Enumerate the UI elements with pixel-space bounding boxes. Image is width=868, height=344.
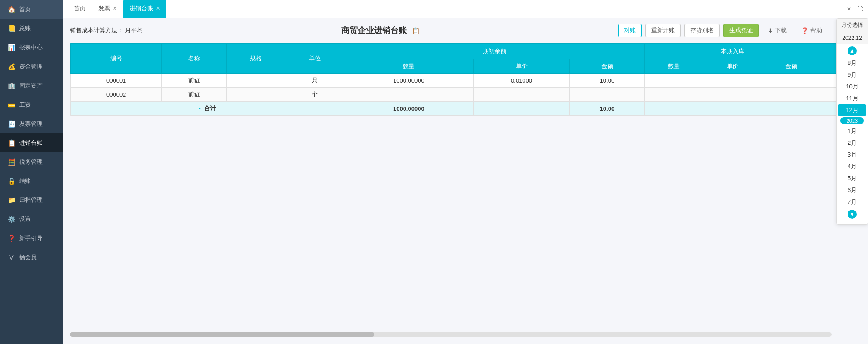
sidebar-item-closing[interactable]: 🔒 结账 bbox=[0, 172, 63, 191]
cell-spec bbox=[226, 74, 285, 88]
sidebar-item-label: 报表中心 bbox=[19, 44, 43, 52]
close-inventory-tab[interactable]: ✕ bbox=[156, 5, 160, 11]
reconcile-button[interactable]: 对账 bbox=[618, 24, 642, 37]
closing-icon: 🔒 bbox=[7, 177, 15, 185]
sidebar-item-ledger[interactable]: 📒 总账 bbox=[0, 19, 63, 38]
sidebar-item-label: 新手引导 bbox=[19, 234, 43, 242]
inventory-table-wrapper: 编号 名称 规格 单位 期初余额 本期入库 数 数量 单价 金额 数量 单价 bbox=[70, 43, 861, 116]
tab-invoice[interactable]: 发票 ✕ bbox=[92, 0, 123, 18]
maximize-window-button[interactable]: ⛶ bbox=[856, 5, 863, 13]
total-in-qty bbox=[644, 102, 703, 116]
col-opening-price: 单价 bbox=[473, 59, 569, 74]
col-in-price: 单价 bbox=[703, 59, 762, 74]
month-item-12[interactable]: 12月 bbox=[838, 104, 866, 116]
month-item-1[interactable]: 1月 bbox=[837, 125, 868, 137]
total-in-price bbox=[703, 102, 762, 116]
month-item-2[interactable]: 2月 bbox=[837, 137, 868, 149]
sidebar-item-inventory[interactable]: 📋 进销台账 bbox=[0, 133, 63, 152]
sidebar-item-home[interactable]: 🏠 首页 bbox=[0, 0, 63, 19]
tab-home[interactable]: 首页 bbox=[67, 0, 92, 18]
invoice-icon: 🧾 bbox=[7, 120, 15, 128]
cost-method-label: 销售成本计算方法： bbox=[70, 27, 123, 34]
col-opening-amount: 金额 bbox=[570, 59, 644, 74]
cell-in-amount bbox=[762, 88, 821, 102]
window-controls: ✕ ⛶ bbox=[845, 5, 863, 13]
total-label: ▪ 合计 bbox=[71, 102, 344, 116]
cell-opening-price: 0.01000 bbox=[473, 74, 569, 88]
inventory-table: 编号 名称 规格 单位 期初余额 本期入库 数 数量 单价 金额 数量 单价 bbox=[70, 43, 860, 116]
help-button[interactable]: ❓ 帮助 bbox=[796, 24, 828, 37]
month-item-5[interactable]: 5月 bbox=[837, 172, 868, 184]
col-name: 名称 bbox=[162, 44, 227, 74]
month-item-9[interactable]: 9月 bbox=[837, 69, 868, 81]
tax-icon: 🧮 bbox=[7, 158, 15, 166]
sidebar-item-label: 工资 bbox=[19, 101, 31, 109]
content-area: 销售成本计算方法： 月平均 商贸企业进销台账 📋 对账 重新开账 存货别名 生成… bbox=[63, 18, 868, 344]
col-period-start: 期初余额 bbox=[344, 44, 644, 59]
inventory-icon: 📋 bbox=[7, 139, 15, 147]
close-invoice-tab[interactable]: ✕ bbox=[113, 5, 117, 11]
month-down-button[interactable]: ▼ bbox=[848, 210, 857, 219]
member-icon: V bbox=[7, 253, 15, 261]
month-item-10[interactable]: 10月 bbox=[837, 81, 868, 93]
sidebar-item-member[interactable]: V 畅会员 bbox=[0, 248, 63, 267]
month-panel: 月份选择 2022.12 ▲ 8月 9月 10月 11月 12月 2023 1月… bbox=[836, 18, 868, 225]
total-opening-price bbox=[473, 102, 569, 116]
tab-bar: 首页 发票 ✕ 进销台账 ✕ ✕ ⛶ bbox=[63, 0, 868, 18]
col-unit: 单位 bbox=[285, 44, 344, 74]
sidebar-item-assets[interactable]: 🏢 固定资产 bbox=[0, 76, 63, 95]
cell-in-price bbox=[703, 74, 762, 88]
month-item-3[interactable]: 3月 bbox=[837, 149, 868, 161]
reopen-button[interactable]: 重新开账 bbox=[645, 24, 681, 37]
reports-icon: 📊 bbox=[7, 44, 15, 52]
sidebar-item-funds[interactable]: 💰 资金管理 bbox=[0, 57, 63, 76]
tab-invoice-label: 发票 bbox=[98, 5, 110, 13]
cost-method-value: 月平均 bbox=[125, 27, 143, 34]
cell-spec bbox=[226, 88, 285, 102]
total-row: ▪ 合计 1000.00000 10.00 bbox=[71, 102, 860, 116]
cell-in-qty bbox=[644, 74, 703, 88]
sidebar-item-guide[interactable]: ❓ 新手引导 bbox=[0, 229, 63, 248]
sidebar-item-payroll[interactable]: 💳 工资 bbox=[0, 95, 63, 114]
month-item-7[interactable]: 7月 bbox=[837, 196, 868, 208]
sidebar-item-reports[interactable]: 📊 报表中心 bbox=[0, 38, 63, 57]
sidebar-item-tax[interactable]: 🧮 税务管理 bbox=[0, 152, 63, 172]
cell-code: 000001 bbox=[71, 74, 162, 88]
tab-inventory-label: 进销台账 bbox=[130, 5, 153, 13]
tab-inventory[interactable]: 进销台账 ✕ bbox=[123, 0, 166, 18]
month-nav-down: ▼ bbox=[837, 208, 868, 221]
cell-opening-qty: 1000.00000 bbox=[344, 74, 473, 88]
year-2023-badge: 2023 bbox=[840, 117, 864, 124]
sidebar-item-label: 资金管理 bbox=[19, 63, 43, 71]
month-item-4[interactable]: 4月 bbox=[837, 161, 868, 172]
month-item-11[interactable]: 11月 bbox=[837, 93, 868, 104]
sidebar-item-settings[interactable]: ⚙️ 设置 bbox=[0, 210, 63, 229]
cell-in-qty bbox=[644, 88, 703, 102]
close-window-button[interactable]: ✕ bbox=[845, 5, 853, 13]
col-opening-qty: 数量 bbox=[344, 59, 473, 74]
ledger-icon: 📒 bbox=[7, 25, 15, 33]
generate-voucher-button[interactable]: 生成凭证 bbox=[723, 24, 759, 37]
guide-icon: ❓ bbox=[7, 234, 15, 242]
col-in-qty: 数量 bbox=[644, 59, 703, 74]
assets-icon: 🏢 bbox=[7, 82, 15, 90]
sidebar-item-label: 设置 bbox=[19, 215, 31, 223]
cell-opening-qty bbox=[344, 88, 473, 102]
month-item-6[interactable]: 6月 bbox=[837, 184, 868, 196]
action-buttons: 对账 重新开账 存货别名 生成凭证 ⬇ 下载 ❓ 帮助 ↻ 刷新 bbox=[618, 24, 861, 37]
month-up-button[interactable]: ▲ bbox=[848, 46, 857, 55]
funds-icon: 💰 bbox=[7, 63, 15, 71]
sidebar-item-label: 总账 bbox=[19, 25, 31, 33]
sidebar-item-archive[interactable]: 📁 归档管理 bbox=[0, 191, 63, 210]
month-item-8[interactable]: 8月 bbox=[837, 57, 868, 69]
download-button[interactable]: ⬇ 下载 bbox=[763, 24, 792, 37]
cell-name: 前缸 bbox=[162, 74, 227, 88]
sidebar-item-invoice[interactable]: 🧾 发票管理 bbox=[0, 114, 63, 133]
cell-in-price bbox=[703, 88, 762, 102]
month-panel-title: 月份选择 bbox=[837, 19, 868, 32]
save-alias-button[interactable]: 存货别名 bbox=[684, 24, 720, 37]
table-row: 000001 前缸 只 1000.00000 0.01000 10.00 bbox=[71, 74, 860, 88]
sidebar-item-label: 进销台账 bbox=[19, 139, 43, 147]
horizontal-scrollbar[interactable] bbox=[70, 329, 832, 337]
tab-home-label: 首页 bbox=[74, 5, 85, 13]
